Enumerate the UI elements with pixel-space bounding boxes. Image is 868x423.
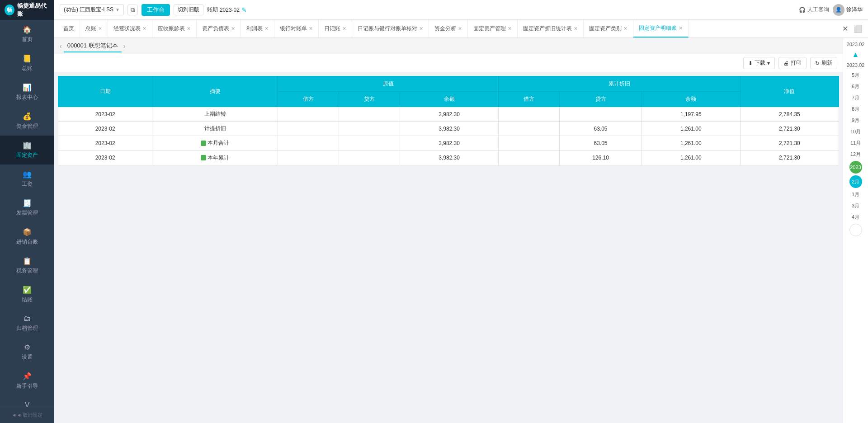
tab-operations[interactable]: 经营状况表 ✕ bbox=[108, 20, 152, 38]
tab-balance[interactable]: 资产负债表 ✕ bbox=[197, 20, 241, 38]
sidebar-item-membership[interactable]: V 畅会员 bbox=[0, 395, 54, 407]
tab-depreciation-stats[interactable]: 固定资产折旧统计表 ✕ bbox=[518, 20, 584, 38]
tab-profit[interactable]: 利润表 ✕ bbox=[241, 20, 274, 38]
table-row[interactable]: 2023-02 本年累计 3,982.30 126.10 1,261.00 2,… bbox=[58, 150, 839, 165]
tab-bank-statement[interactable]: 银行对账单 ✕ bbox=[274, 20, 319, 38]
content-main: ‹ 000001 联想笔记本 › ⬇ 下载 ▾ 🖨 打印 bbox=[54, 38, 843, 423]
cell-date: 2023-02 bbox=[58, 136, 152, 151]
tab-journal-close[interactable]: ✕ bbox=[342, 26, 346, 32]
tab-ledger-close[interactable]: ✕ bbox=[98, 26, 102, 32]
tab-asset-detail[interactable]: 固定资产明细账 ✕ bbox=[633, 20, 689, 38]
subnav-back-arrow[interactable]: ‹ bbox=[60, 42, 62, 50]
sidebar-item-fixed-assets[interactable]: 🏢 固定资产 bbox=[0, 136, 54, 164]
sidebar-item-invoice[interactable]: 🧾 发票管理 bbox=[0, 193, 54, 222]
timeline-year-badge[interactable]: 2023 bbox=[849, 161, 862, 174]
cell-accum-debit bbox=[499, 122, 560, 136]
table-row[interactable]: 2023-02 本月合计 3,982.30 63.05 1,261.00 2,7… bbox=[58, 136, 839, 151]
th-net-value: 净值 bbox=[740, 76, 839, 107]
app-logo: 畅 畅捷通易代账 bbox=[0, 0, 54, 20]
tab-maximize[interactable]: ⬜ bbox=[852, 23, 864, 35]
archive-icon: 🗂 bbox=[24, 315, 31, 323]
sidebar-item-tax[interactable]: 📋 税务管理 bbox=[0, 251, 54, 280]
sidebar-item-home[interactable]: 🏠 首页 bbox=[0, 20, 54, 49]
support-button[interactable]: 🎧 人工客询 bbox=[799, 6, 829, 14]
sidebar-item-settings[interactable]: ⚙ 设置 bbox=[0, 338, 54, 367]
tab-asset-detail-close[interactable]: ✕ bbox=[679, 25, 683, 31]
cell-orig-credit bbox=[339, 107, 400, 122]
cell-accum-credit bbox=[560, 107, 642, 122]
user-menu[interactable]: 👤 徐泽华 bbox=[833, 4, 863, 16]
tab-fixed-mgmt-close[interactable]: ✕ bbox=[508, 26, 512, 32]
sidebar-item-settlement[interactable]: ✅ 结账 bbox=[0, 280, 54, 309]
table-container: 日期 摘要 原值 累计折旧 净值 借方 贷方 余额 借方 贷方 余额 bbox=[54, 72, 843, 423]
sidebar-item-payroll[interactable]: 👥 工资 bbox=[0, 164, 54, 193]
tab-depreciation-stats-close[interactable]: ✕ bbox=[574, 26, 578, 32]
sidebar-item-funds[interactable]: 💰 资金管理 bbox=[0, 107, 54, 136]
timeline-up-arrow[interactable]: ▲ bbox=[850, 49, 861, 61]
old-version-button[interactable]: 切到旧版 bbox=[174, 4, 203, 15]
tab-close-all[interactable]: ✕ bbox=[840, 23, 850, 35]
tab-journal[interactable]: 日记账 ✕ bbox=[319, 20, 352, 38]
sidebar-item-reports[interactable]: 📊 报表中心 bbox=[0, 78, 54, 107]
timeline-month[interactable]: 5月 bbox=[849, 70, 863, 81]
timeline-month[interactable]: 10月 bbox=[849, 126, 863, 137]
refresh-label: 刷新 bbox=[821, 59, 832, 67]
cell-orig-balance: 3,982.30 bbox=[400, 107, 499, 122]
table-row[interactable]: 2023-02 上期结转 3,982.30 1,197.95 2,784.35 bbox=[58, 107, 839, 122]
tab-ledger[interactable]: 总账 ✕ bbox=[80, 20, 108, 38]
subnav-asset-code: 000001 bbox=[67, 42, 87, 49]
table-row[interactable]: 2023-02 计提折旧 3,982.30 63.05 1,261.00 2,7… bbox=[58, 122, 839, 136]
period-label: 账期 bbox=[207, 6, 218, 14]
timeline-month[interactable]: 12月 bbox=[849, 149, 863, 160]
sidebar-item-ledger[interactable]: 📒 总账 bbox=[0, 49, 54, 78]
cell-net-value: 2,784.35 bbox=[740, 107, 839, 122]
subnav-asset-item[interactable]: 000001 联想笔记本 bbox=[64, 40, 122, 52]
cell-orig-debit bbox=[278, 107, 339, 122]
tab-fixed-mgmt[interactable]: 固定资产管理 ✕ bbox=[468, 20, 518, 38]
sidebar-unpin[interactable]: ◄◄ 取消固定 bbox=[0, 407, 54, 423]
timeline-active-month[interactable]: 2月 bbox=[849, 175, 862, 188]
timeline-month[interactable]: 11月 bbox=[849, 137, 863, 149]
sidebar-label-payroll: 工资 bbox=[22, 180, 33, 188]
timeline-empty[interactable] bbox=[849, 224, 862, 236]
workspace-button[interactable]: 工作台 bbox=[142, 4, 170, 16]
sidebar-item-guide[interactable]: 📌 新手引导 bbox=[0, 367, 54, 395]
timeline-month[interactable]: 3月 bbox=[850, 200, 861, 212]
sidebar-label-funds: 资金管理 bbox=[16, 122, 38, 130]
tag-cell: 本年累计 bbox=[201, 154, 229, 162]
tab-receivable[interactable]: 应收账龄表 ✕ bbox=[152, 20, 197, 38]
print-button[interactable]: 🖨 打印 bbox=[778, 57, 807, 69]
tab-fund-analysis-close[interactable]: ✕ bbox=[458, 26, 462, 32]
period-edit-icon[interactable]: ✎ bbox=[241, 6, 247, 14]
copy-button[interactable]: ⧉ bbox=[127, 5, 138, 15]
subnav-forward-arrow[interactable]: › bbox=[123, 42, 126, 50]
download-button[interactable]: ⬇ 下载 ▾ bbox=[743, 57, 775, 69]
refresh-button[interactable]: ↻ 刷新 bbox=[810, 57, 837, 69]
tab-profit-close[interactable]: ✕ bbox=[264, 26, 269, 32]
company-selector[interactable]: (劝告) 江西股宝-LSS ▼ bbox=[60, 4, 124, 15]
tab-asset-category-close[interactable]: ✕ bbox=[623, 26, 627, 32]
timeline-month[interactable]: 1月 bbox=[850, 189, 861, 200]
main-area: (劝告) 江西股宝-LSS ▼ ⧉ 工作台 切到旧版 账期 2023-02 ✎ … bbox=[54, 0, 868, 423]
tab-bank-statement-close[interactable]: ✕ bbox=[309, 26, 313, 32]
tab-fund-analysis-label: 资金分析 bbox=[434, 25, 456, 33]
tab-receivable-close[interactable]: ✕ bbox=[187, 26, 191, 32]
cell-accum-credit: 63.05 bbox=[560, 122, 642, 136]
tab-fund-analysis[interactable]: 资金分析 ✕ bbox=[429, 20, 468, 38]
timeline-month[interactable]: 6月 bbox=[849, 81, 863, 92]
tab-home[interactable]: 首页 bbox=[58, 20, 80, 38]
tab-operations-close[interactable]: ✕ bbox=[142, 26, 146, 32]
tab-balance-close[interactable]: ✕ bbox=[231, 26, 235, 32]
sidebar-item-archive[interactable]: 🗂 归档管理 bbox=[0, 309, 54, 338]
tab-bank-check[interactable]: 日记账与银行对账单核对 ✕ bbox=[352, 20, 429, 38]
timeline-month[interactable]: 4月 bbox=[850, 212, 861, 223]
content-area: ‹ 000001 联想笔记本 › ⬇ 下载 ▾ 🖨 打印 bbox=[54, 38, 868, 423]
cell-accum-balance: 1,261.00 bbox=[642, 150, 740, 165]
timeline-month[interactable]: 8月 bbox=[849, 103, 863, 115]
cell-summary: 计提折旧 bbox=[152, 122, 278, 136]
tab-asset-category[interactable]: 固定资产类别 ✕ bbox=[584, 20, 633, 38]
timeline-month[interactable]: 7月 bbox=[849, 92, 863, 103]
timeline-month[interactable]: 9月 bbox=[849, 115, 863, 126]
tab-bank-check-close[interactable]: ✕ bbox=[419, 26, 423, 32]
sidebar-item-purchase-sale[interactable]: 📦 进销台账 bbox=[0, 222, 54, 251]
